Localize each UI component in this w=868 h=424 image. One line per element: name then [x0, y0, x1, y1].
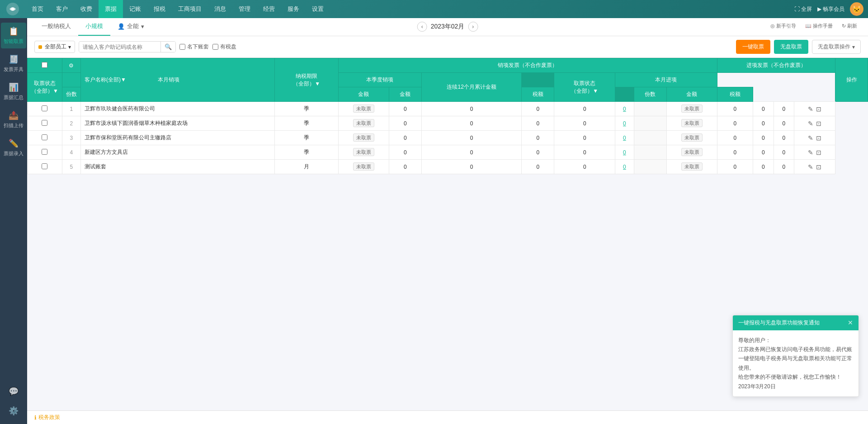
actions-cell: ✎ ⊡: [794, 131, 835, 145]
sidebar-item-gear[interactable]: ⚙️: [1, 402, 26, 419]
under-account-filter[interactable]: 名下账套: [179, 43, 209, 51]
tabs-right-actions: ◎ 新手引导 📖 操作手册 ↻ 刷新: [767, 21, 861, 33]
nav-invoice[interactable]: 票据: [99, 0, 123, 18]
sales-status-cell: 未取票: [338, 102, 389, 116]
tax-period-cell: 月: [275, 160, 338, 174]
spacer-cell: [634, 116, 666, 131]
user-avatar[interactable]: 🐱: [850, 2, 863, 16]
purchase-m-copies-cell: 0: [717, 131, 753, 145]
sales-12m-cell[interactable]: 0: [615, 102, 634, 116]
nav-service[interactable]: 服务: [281, 0, 306, 18]
row-checkbox[interactable]: [42, 134, 47, 140]
member-btn[interactable]: ▶ 畅享会员: [817, 5, 844, 13]
row-checkbox[interactable]: [42, 163, 47, 169]
edit-icon[interactable]: ✎: [808, 120, 813, 127]
nav-manage[interactable]: 管理: [232, 0, 257, 18]
no-disk-ops-btn[interactable]: 无盘取票操作 ▾: [812, 40, 861, 54]
nav-operation[interactable]: 经营: [257, 0, 281, 18]
purchase-m-copies-header: 份数: [634, 87, 666, 102]
dropdown-icon: ▾: [68, 44, 71, 50]
tax-policy-link[interactable]: 税务政策: [38, 414, 60, 421]
more-icon[interactable]: ⊡: [816, 120, 821, 127]
spacer2-header: [615, 87, 634, 102]
nav-tax[interactable]: 报税: [147, 0, 172, 18]
purchase-status-cell: 未取票: [666, 102, 717, 116]
more-icon[interactable]: ⊡: [816, 149, 821, 156]
guide-btn[interactable]: ◎ 新手引导: [767, 21, 800, 31]
purchase-status-cell: 未取票: [666, 131, 717, 145]
sidebar-item-smart-ticket[interactable]: 📋 智能取票: [1, 23, 26, 48]
under-account-checkbox[interactable]: [179, 44, 185, 50]
sidebar-item-chat[interactable]: 💬: [1, 383, 26, 400]
table-row: 3 卫辉市保和堂医药有限公司主辙路店 季 未取票 0 0 0 0 0 未取票 0…: [28, 131, 868, 145]
row-checkbox-cell: [28, 116, 62, 131]
employee-filter[interactable]: 全部员工 ▾: [34, 41, 75, 53]
sales-m-amount-header: 金额: [338, 87, 389, 102]
edit-icon[interactable]: ✎: [808, 134, 813, 142]
more-icon[interactable]: ⊡: [816, 134, 821, 142]
tab-all[interactable]: 👤 全能 ▾: [110, 18, 151, 36]
tab-general-taxpayer[interactable]: 一般纳税人: [34, 18, 78, 36]
purchase-m-amount-cell: 0: [753, 145, 774, 160]
search-input[interactable]: [79, 42, 160, 52]
sales-m-amount-cell: 0: [421, 131, 522, 145]
edit-icon[interactable]: ✎: [808, 149, 813, 156]
edit-icon[interactable]: ✎: [808, 163, 813, 171]
row-checkbox[interactable]: [42, 149, 47, 155]
chat-icon: 💬: [9, 386, 19, 396]
row-num: 5: [62, 160, 80, 174]
row-checkbox[interactable]: [42, 120, 47, 126]
sales-q-tax-cell: 0: [554, 116, 615, 131]
chevron-down-icon: ▾: [141, 23, 144, 30]
sidebar-item-summary[interactable]: 📊 票据汇总: [1, 79, 26, 105]
issue-invoice-icon: 🧾: [9, 54, 19, 64]
refresh-btn[interactable]: ↻ 刷新: [838, 21, 861, 31]
nav-bookkeeping[interactable]: 记账: [123, 0, 147, 18]
sidebar-item-issue-invoice[interactable]: 🧾 发票开具: [1, 51, 26, 76]
client-name-cell: 卫辉市汲水镇下圆润香烟草木种植家庭农场: [80, 116, 275, 131]
purchase-m-tax-header: 税额: [717, 87, 753, 102]
sales-12m-cell[interactable]: 0: [615, 145, 634, 160]
no-disk-fetch-btn[interactable]: 无盘取票: [774, 40, 808, 54]
next-month-btn[interactable]: ›: [468, 22, 478, 32]
prev-month-btn[interactable]: ‹: [417, 22, 427, 32]
entry-icon: ✏️: [9, 138, 19, 148]
nav-business[interactable]: 工商项目: [172, 0, 208, 18]
sales-12m-cell[interactable]: 0: [615, 116, 634, 131]
sidebar-item-scan-upload[interactable]: 📤 扫描上传: [1, 107, 26, 133]
top-navigation: 首页 客户 收费 票据 记账 报税 工商项目 消息 管理 经营 服务 设置 ⛶ …: [0, 0, 868, 18]
table-row: 4 新建区方方文具店 季 未取票 0 0 0 0 0 未取票 0 0 0 ✎ ⊡: [28, 145, 868, 160]
sales-12m-cell[interactable]: 0: [615, 131, 634, 145]
select-all-checkbox[interactable]: [42, 62, 47, 68]
more-icon[interactable]: ⊡: [816, 105, 821, 113]
nav-settings[interactable]: 设置: [306, 0, 330, 18]
sales-status-cell: 未取票: [338, 160, 389, 174]
edit-icon[interactable]: ✎: [808, 105, 813, 113]
manual-btn[interactable]: 📖 操作手册: [802, 21, 836, 31]
tab-small-scale[interactable]: 小规模: [78, 18, 110, 36]
nav-message[interactable]: 消息: [208, 0, 232, 18]
refresh-icon: ↻: [842, 23, 846, 29]
has-tax-disk-filter[interactable]: 有税盘: [212, 43, 236, 51]
notification-close-btn[interactable]: ✕: [848, 319, 853, 326]
nav-home[interactable]: 首页: [25, 0, 50, 18]
more-icon[interactable]: ⊡: [816, 163, 821, 171]
sidebar-item-entry[interactable]: ✏️ 票据录入: [1, 135, 26, 161]
has-tax-disk-checkbox[interactable]: [212, 44, 218, 50]
nav-client[interactable]: 客户: [50, 0, 74, 18]
tax-period-header: 纳税期限（全部）▼: [275, 58, 338, 102]
fullscreen-btn[interactable]: ⛶ 全屏: [794, 5, 812, 13]
table-header-group-row: ⚙ 客户名称(全部)▼ 纳税期限（全部）▼ 销项发票（不合作废票） 进项发票（不…: [28, 58, 868, 73]
one-click-fetch-btn[interactable]: 一键取票: [736, 40, 770, 54]
sales-12m-cell[interactable]: 0: [615, 160, 634, 174]
search-button[interactable]: 🔍: [160, 42, 175, 52]
client-name-cell: 卫辉市玖玖健合医药有限公司: [80, 102, 275, 116]
sales-m-copies-header: 份数: [62, 87, 80, 102]
sales-q-amount-cell: 0: [522, 145, 554, 160]
sales-status-cell: 未取票: [338, 131, 389, 145]
nav-fee[interactable]: 收费: [74, 0, 99, 18]
actions-cell: ✎ ⊡: [794, 116, 835, 131]
client-name-cell: 卫辉市保和堂医药有限公司主辙路店: [80, 131, 275, 145]
purchase-status-cell: 未取票: [666, 116, 717, 131]
row-checkbox[interactable]: [42, 105, 47, 111]
